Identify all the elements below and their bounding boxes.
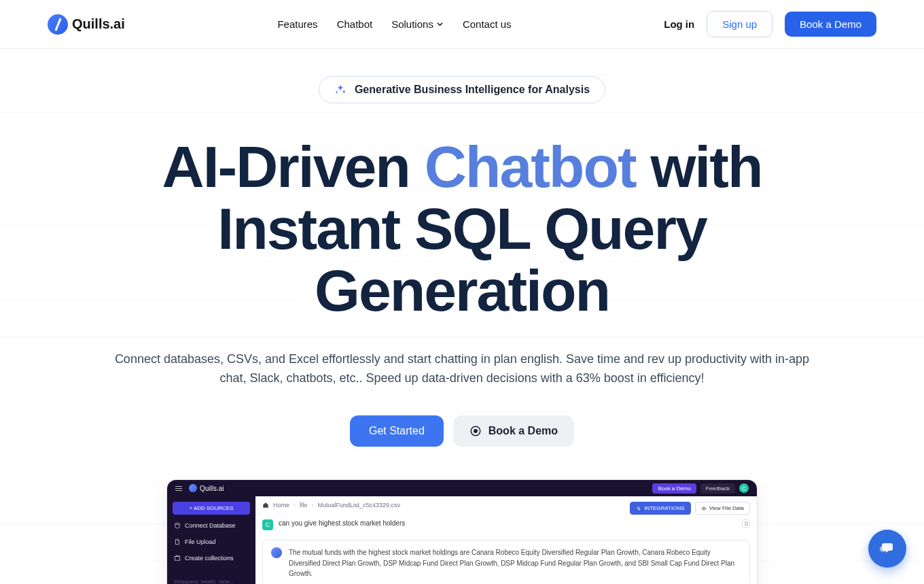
user-message-text: can you give highest stock market holder… — [279, 519, 736, 527]
product-preview: Quills.ai Book a Demo Feedback C + ADD S… — [166, 479, 758, 584]
integrations-label: INTEGRATIONS — [644, 505, 684, 511]
nav-solutions[interactable]: Solutions — [391, 18, 444, 30]
user-avatar: C — [262, 519, 273, 530]
sidebar-label: File Upload — [185, 538, 216, 545]
svg-rect-3 — [175, 557, 180, 561]
view-file-data-button[interactable]: View File Data — [695, 502, 750, 515]
preview-topbar: Quills.ai Book a Demo Feedback C — [167, 480, 757, 496]
header-actions: Log in Sign up Book a Demo — [664, 11, 876, 37]
signup-button[interactable]: Sign up — [707, 11, 772, 37]
demo-icon — [469, 425, 482, 437]
chat-bubbles-icon — [879, 540, 895, 557]
bot-avatar — [271, 547, 282, 558]
preview-feedback-button[interactable]: Feedback — [700, 483, 735, 494]
primary-nav: Features Chatbot Solutions Contact us — [277, 18, 511, 30]
site-header: Quills.ai Features Chatbot Solutions Con… — [0, 0, 924, 49]
nav-contact[interactable]: Contact us — [463, 18, 512, 30]
integrations-button[interactable]: INTEGRATIONS — [630, 502, 690, 515]
sidebar-faded-item: #bigquery_health_rank... — [173, 577, 250, 584]
svg-point-4 — [703, 508, 705, 509]
chevron-down-icon — [436, 20, 444, 28]
crumb-home[interactable]: Home — [273, 502, 289, 509]
database-icon — [174, 522, 181, 529]
sidebar-label: Connect Database — [185, 522, 236, 529]
hero-section: Generative Business Intelligence for Ana… — [54, 49, 870, 584]
add-sources-button[interactable]: + ADD SOURCES — [173, 502, 250, 515]
svg-point-1 — [474, 430, 478, 433]
book-demo-secondary-label: Book a Demo — [488, 425, 558, 437]
hero-subtitle: Connect databases, CSVs, and Excel effor… — [95, 350, 829, 388]
hero-pill-text: Generative Business Intelligence for Ana… — [355, 84, 590, 96]
preview-main: Home › file › MutualFundList_c5c43329.cs… — [255, 496, 757, 584]
preview-book-demo-button[interactable]: Book a Demo — [652, 483, 696, 494]
chat-bot-card: The mutual funds with the highest stock … — [262, 540, 750, 584]
sidebar-item-create-collections[interactable]: Create collections — [173, 553, 250, 564]
sidebar-label: Create collections — [185, 555, 234, 562]
preview-logo: Quills.ai — [189, 484, 224, 492]
chat-fab[interactable] — [868, 530, 906, 568]
sparkle-icon — [334, 84, 346, 96]
home-icon — [262, 502, 269, 509]
feather-icon — [48, 14, 68, 35]
preview-user-avatar[interactable]: C — [739, 483, 749, 493]
preview-sidebar: + ADD SOURCES Connect Database File Uplo… — [167, 496, 255, 584]
bot-message-text: The mutual funds with the highest stock … — [289, 547, 741, 579]
chevron-right-icon: › — [294, 502, 296, 509]
brand-logo[interactable]: Quills.ai — [48, 14, 125, 35]
hero-title-accent: Chatbot — [425, 134, 636, 199]
login-link[interactable]: Log in — [664, 18, 694, 30]
hero-pill: Generative Business Intelligence for Ana… — [319, 76, 605, 103]
bookmark-button[interactable] — [742, 519, 750, 528]
hero-title: AI-Driven Chatbot with Instant SQL Query… — [95, 136, 829, 322]
hero-title-pre: AI-Driven — [162, 134, 425, 199]
brand-text: Quills.ai — [72, 16, 125, 32]
crumb-filename: MutualFundList_c5c43329.csv — [318, 502, 401, 509]
crumb-file[interactable]: file — [300, 502, 308, 509]
hamburger-icon[interactable] — [175, 486, 182, 491]
book-demo-secondary-button[interactable]: Book a Demo — [453, 415, 574, 447]
hero-ctas: Get Started Book a Demo — [95, 415, 829, 447]
nav-solutions-label: Solutions — [391, 18, 433, 30]
nav-features[interactable]: Features — [277, 18, 317, 30]
sidebar-faded-item — [173, 569, 250, 572]
sidebar-item-connect-db[interactable]: Connect Database — [173, 520, 250, 531]
eye-icon — [701, 506, 707, 511]
chevron-right-icon: › — [312, 502, 314, 509]
link-icon — [636, 506, 641, 511]
book-demo-button[interactable]: Book a Demo — [785, 12, 876, 37]
bookmark-icon — [744, 521, 749, 526]
sidebar-item-file-upload[interactable]: File Upload — [173, 536, 250, 547]
preview-brand-text: Quills.ai — [200, 485, 224, 492]
file-icon — [174, 538, 181, 545]
view-file-label: View File Data — [709, 505, 744, 511]
chat-user-row: C can you give highest stock market hold… — [262, 519, 750, 530]
svg-point-2 — [175, 523, 179, 526]
nav-chatbot[interactable]: Chatbot — [337, 18, 373, 30]
feather-icon — [189, 484, 197, 492]
collection-icon — [174, 555, 181, 562]
get-started-button[interactable]: Get Started — [350, 415, 444, 447]
